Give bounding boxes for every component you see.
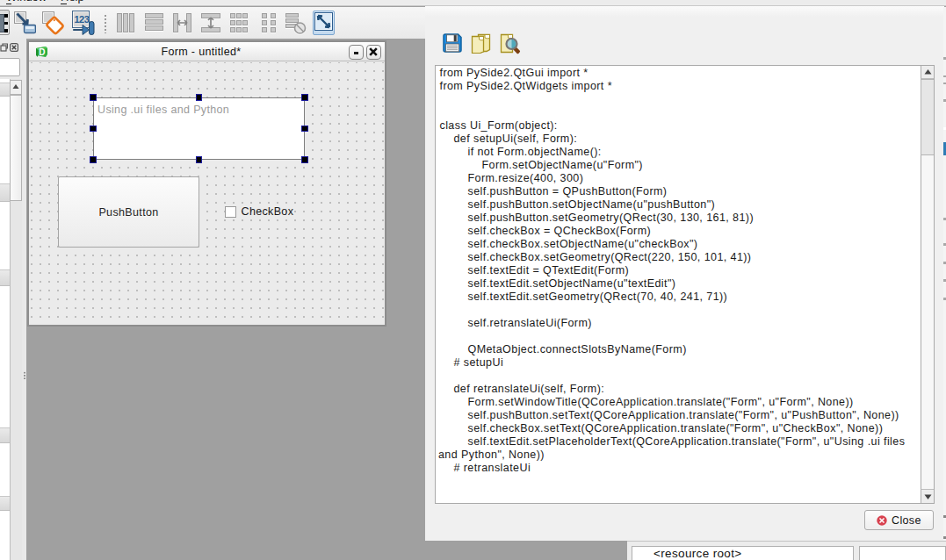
svg-text:123: 123: [75, 14, 90, 25]
